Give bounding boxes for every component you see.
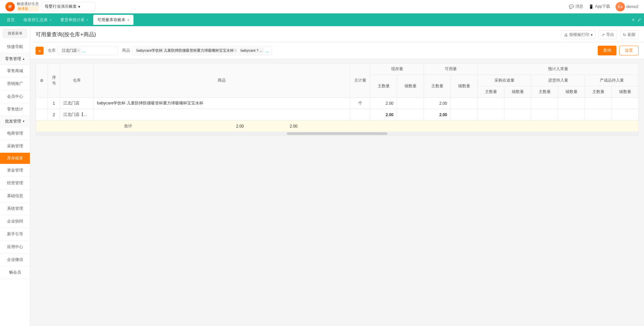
table-container[interactable]: ⚙ 序号 仓库 商品 主计量 现存量 可用量 预计入库量 主数量 辅数量 主数量 — [30, 59, 644, 326]
sidebar-item-enterprise[interactable]: 企业协同 — [0, 215, 30, 228]
stock-main-header: 主数量 — [370, 75, 397, 98]
sidebar-member2-label: 畅会员 — [9, 270, 21, 275]
tab-order[interactable]: 要货单统计表 × — [56, 15, 93, 25]
close-all-tabs-button[interactable]: × — [632, 17, 635, 22]
tab-inventory[interactable]: 可用量库存账本 × — [93, 15, 133, 25]
sidebar-inventory-mgmt-label: 库存核算 — [7, 156, 23, 160]
page-header: 可用量查询(按仓库+商品) 🖨 按模板打印 ▾ ↗ 导出 ↻ 刷新 — [30, 26, 644, 42]
sidebar-item-member[interactable]: 会员中心 — [0, 90, 30, 103]
row1-purchase-main — [478, 98, 504, 109]
row1-settings[interactable] — [36, 98, 48, 109]
product-label: 商品 — [122, 48, 130, 53]
sidebar-item-retail[interactable]: 零售管理 ▲ — [0, 53, 30, 65]
stock-group-header: 现存量 — [370, 63, 424, 75]
horizontal-scrollbar[interactable] — [36, 132, 639, 136]
logo-area: 好 畅捷通好生意 标准版 — [5, 2, 39, 11]
sidebar-item-newguide[interactable]: 新手引导 — [0, 228, 30, 241]
tab-receive[interactable]: 收发存汇总表 × — [19, 15, 56, 25]
scrollbar-thumb[interactable] — [287, 132, 387, 135]
nav-tab-actions: × ⤢ — [632, 17, 641, 22]
sidebar-item-retail-stats[interactable]: 零售统计 — [0, 103, 30, 116]
product-filter: 商品 babycare学饮杯 儿童防摔防撞吸管杯重力球吸嘴杯宝宝水杯 × bab… — [122, 46, 272, 55]
chevron-down-icon: ▼ — [22, 120, 25, 123]
row1-incoming-main — [531, 98, 558, 109]
sidebar-item-inventory-mgmt[interactable]: 库存核算 — [0, 153, 30, 164]
purchase-sub-header: 辅数量 — [504, 86, 531, 98]
sidebar-item-quicknav[interactable]: 快捷导航 — [0, 41, 30, 53]
settings-col-header[interactable]: ⚙ — [36, 63, 48, 98]
warehouse-more-button[interactable]: ... — [82, 48, 86, 53]
sidebar-item-member2[interactable]: 畅会员 — [0, 266, 30, 279]
page-actions: 🖨 按模板打印 ▾ ↗ 导出 ↻ 刷新 — [561, 30, 639, 39]
fullscreen-button[interactable]: ⤢ — [637, 17, 641, 22]
sidebar-item-wechat-work[interactable]: 企业微信 — [0, 253, 30, 266]
sidebar-item-system[interactable]: 系统管理 — [0, 202, 30, 215]
row1-warehouse: 江北门店 — [60, 98, 94, 109]
sidebar-item-base[interactable]: 基础信息 — [0, 190, 30, 202]
row1-available-sub — [451, 98, 478, 109]
row1-stock-sub — [397, 98, 424, 109]
export-icon: ↗ — [601, 33, 605, 37]
available-sub-header: 辅数量 — [451, 75, 478, 98]
row1-available-main: 2.00 — [424, 98, 451, 109]
sidebar-item-purchase[interactable]: 采购管理 — [0, 140, 30, 153]
app-download-label: App下载 — [595, 4, 610, 9]
sidebar-retail-mall-label: 零售商城 — [7, 68, 23, 73]
logo-icon: 好 — [5, 2, 15, 11]
tab-inventory-close[interactable]: × — [127, 18, 129, 22]
sidebar-item-marketing[interactable]: 营销推广 — [0, 78, 30, 90]
logo-text-area: 畅捷通好生意 标准版 — [17, 2, 39, 11]
brand-tag: 标准版 — [17, 6, 39, 11]
row1-purchase-sub — [504, 98, 531, 109]
settings-button[interactable]: 设置 — [619, 46, 639, 55]
sidebar-item-finance[interactable]: 资金管理 — [0, 164, 30, 177]
sidebar-member-label: 会员中心 — [7, 94, 23, 99]
product-input[interactable]: babycare学饮杯 儿童防摔防撞吸管杯重力球吸嘴杯宝宝水杯 × babyca… — [132, 46, 272, 55]
user-menu[interactable]: Ea demo2 — [615, 2, 639, 11]
row2-warehouse: 江北门店【... — [60, 109, 94, 121]
tab-home[interactable]: 首页 — [3, 15, 19, 25]
inventory-table: ⚙ 序号 仓库 商品 主计量 现存量 可用量 预计入库量 主数量 辅数量 主数量 — [36, 63, 639, 121]
sidebar-item-apps[interactable]: 应用中心 — [0, 241, 30, 253]
search-menu-button[interactable]: 搜索菜单 — [3, 29, 27, 38]
industry-value: 母婴行业演示账套 — [45, 4, 77, 9]
query-button[interactable]: 查询 — [598, 46, 616, 55]
sidebar-item-operations[interactable]: 经营管理 — [0, 177, 30, 190]
tab-receive-label: 收发存汇总表 — [23, 17, 48, 23]
filter-expand-button[interactable]: » — [36, 47, 44, 55]
app-download-button[interactable]: 📱 App下载 — [589, 4, 610, 9]
main-layout: 搜索菜单 快捷导航 零售管理 ▲ 零售商城 营销推广 会员中心 零售统计 批发管… — [0, 26, 644, 326]
message-button[interactable]: 💬 消息 — [569, 4, 583, 9]
avatar-text: Ea — [618, 5, 623, 9]
product-tag-1-value: babycare学饮杯 儿童防摔防撞吸管杯重力球吸嘴杯宝宝水杯 — [137, 48, 234, 53]
product-col-header: 商品 — [94, 63, 350, 98]
sidebar-item-ecommerce[interactable]: 电商管理 — [0, 127, 30, 140]
row2-stock-sub — [397, 109, 424, 121]
product-tag-1-remove[interactable]: × — [234, 49, 236, 52]
print-button[interactable]: 🖨 按模板打印 ▾ — [561, 30, 596, 39]
product-more-button[interactable]: ... — [265, 48, 269, 53]
tab-order-close[interactable]: × — [87, 18, 89, 22]
row2-stock-main: 2.00 — [370, 109, 397, 121]
row1-production-sub — [612, 98, 639, 109]
row2-seq: 2 — [48, 109, 60, 121]
row2-incoming-main — [531, 109, 558, 121]
export-button[interactable]: ↗ 导出 — [598, 30, 617, 39]
product-tag-2-value: babycare？... — [240, 48, 262, 53]
sidebar-item-retail-mall[interactable]: 零售商城 — [0, 65, 30, 78]
refresh-button[interactable]: ↻ 刷新 — [620, 30, 639, 39]
row2-production-sub — [612, 109, 639, 121]
sidebar-finance-label: 资金管理 — [7, 168, 23, 173]
warehouse-input[interactable]: 江北门店 × ... — [58, 46, 118, 55]
sidebar-search-area: 搜索菜单 — [0, 26, 30, 41]
sidebar-item-wholesale[interactable]: 批发管理 ▼ — [0, 116, 30, 127]
row1-product: babycare学饮杯 儿童防摔防撞吸管杯重力球吸嘴杯宝宝水杯 — [94, 98, 350, 109]
table-row: 1 江北门店 babycare学饮杯 儿童防摔防撞吸管杯重力球吸嘴杯宝宝水杯 个… — [36, 98, 639, 109]
row2-settings[interactable] — [36, 109, 48, 121]
industry-selector[interactable]: 母婴行业演示账套 ▾ — [42, 2, 95, 11]
row2-unit — [350, 109, 370, 121]
tab-receive-close[interactable]: × — [50, 18, 52, 22]
sidebar-ecommerce-label: 电商管理 — [7, 131, 23, 136]
warehouse-tag-remove[interactable]: × — [77, 49, 79, 52]
row2-product — [94, 109, 350, 121]
